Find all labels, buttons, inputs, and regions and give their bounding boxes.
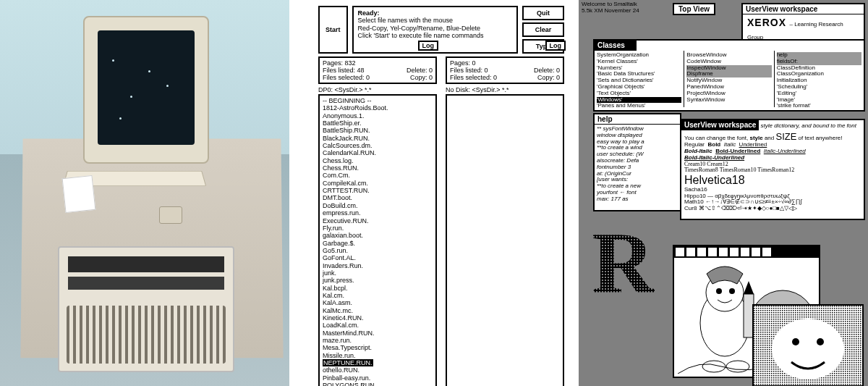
- tool-icon[interactable]: [773, 247, 783, 257]
- classes-browser[interactable]: Classes SystemOrganization'Kernel Classe…: [593, 39, 865, 112]
- file-entry[interactable]: Com.Cm.: [323, 172, 433, 179]
- disk-slot-2: [68, 277, 224, 290]
- file-entry[interactable]: CalcSources.dm.: [323, 142, 433, 149]
- file-entry[interactable]: Chess.log.: [323, 157, 433, 164]
- pages: Pages: 0: [450, 59, 497, 67]
- smalltalk-panel: Welcome to Smalltalk 5.5k XM November 24…: [579, 0, 868, 386]
- file-entry[interactable]: Go5.run.: [323, 247, 433, 254]
- style-list: Regular Bold Italic UnderlinedBold-Itali…: [684, 142, 861, 161]
- start-button[interactable]: Start: [318, 6, 348, 54]
- file-entry[interactable]: junk.: [323, 269, 433, 277]
- list-item[interactable]: 'Panes and Menus': [597, 103, 681, 107]
- paint-toolbar[interactable]: [674, 246, 819, 258]
- file-entry[interactable]: GoFont.AL.: [323, 254, 433, 261]
- selected: Files selected: 0: [450, 74, 497, 81]
- listed: Files listed: 48: [323, 67, 370, 74]
- disk-label-right: No Disk: <SysDir.> *.*: [446, 86, 564, 93]
- file-entry[interactable]: junk.press.: [323, 277, 433, 284]
- file-listing-left[interactable]: -- BEGINNING --1812-AstroRoids.Boot.Anon…: [318, 94, 437, 386]
- file-entry[interactable]: empress.run.: [323, 209, 433, 217]
- tool-icon[interactable]: [686, 247, 696, 257]
- file-entry[interactable]: Kal.cm.: [323, 292, 433, 299]
- ready-line: Select file names with the mouse: [358, 17, 512, 24]
- tool-icon[interactable]: [718, 247, 728, 257]
- list-item[interactable]: SyntaxWindow: [686, 97, 771, 104]
- copy-count: Copy: 0: [407, 74, 433, 81]
- ready-title: Ready:: [358, 9, 512, 17]
- file-entry[interactable]: Kal.bcpl.: [323, 285, 433, 292]
- file-entry[interactable]: Chess.RUN.: [323, 164, 433, 172]
- three-panel-figure: Start Ready: Select file names with the …: [0, 0, 868, 386]
- help-window[interactable]: help ** sysFontWindow window displayed e…: [593, 113, 681, 211]
- file-entry[interactable]: Pinball-easy.run.: [323, 374, 433, 382]
- file-entry[interactable]: BattleShip.RUN.: [323, 127, 433, 134]
- file-entry[interactable]: Mesa.Typescript.: [323, 344, 433, 351]
- bitmap-face-window[interactable]: [752, 304, 864, 386]
- glyph-sample: Cur8 ⌘⌥⇧⌃⌫⌦⏎⇥★✦◆◇○●□■△▽◁▷: [684, 206, 861, 212]
- file-entry[interactable]: Garbage.$.: [323, 240, 433, 247]
- file-entry[interactable]: CalendarKal.RUN.: [323, 149, 433, 156]
- file-entry[interactable]: NEPTUNE.RUN.: [323, 359, 433, 366]
- listed: Files listed: 0: [450, 67, 497, 74]
- svg-point-3: [716, 288, 722, 294]
- file-entry[interactable]: KalA.asm.: [323, 299, 433, 306]
- file-entry[interactable]: BattleShip.er.: [323, 119, 433, 127]
- file-entry[interactable]: BlackJack.RUN.: [323, 135, 433, 142]
- svg-point-7: [726, 361, 749, 372]
- file-entry[interactable]: 1812-AstroRoids.Boot.: [323, 104, 433, 112]
- tool-icon[interactable]: [751, 247, 761, 257]
- alto-monitor: [83, 16, 209, 164]
- file-entry[interactable]: maze.run.: [323, 337, 433, 344]
- alto-photo-panel: [0, 0, 289, 386]
- list-item[interactable]: 'strike format': [777, 103, 861, 107]
- right-stats: Pages: 0 Files listed: 0 Files selected:…: [446, 56, 564, 84]
- tool-icon[interactable]: [740, 247, 750, 257]
- file-listing-right[interactable]: [446, 94, 564, 386]
- file-entry[interactable]: KalMc.mc.: [323, 307, 433, 314]
- tool-icon[interactable]: [762, 247, 772, 257]
- tool-icon[interactable]: [675, 247, 685, 257]
- protocol-pane[interactable]: helpfieldsOf:ClassDefinitionClassOrganiz…: [775, 51, 864, 107]
- clear-button[interactable]: Clear: [522, 22, 564, 37]
- category-pane[interactable]: SystemOrganization'Kernel Classes''Numbe…: [595, 51, 684, 107]
- file-entry[interactable]: Kinetic4.RUN.: [323, 314, 433, 322]
- copy-count: Copy: 0: [534, 74, 560, 81]
- file-entry[interactable]: -- BEGINNING --: [323, 97, 433, 104]
- left-stats: Pages: 832 Files listed: 48 Files select…: [318, 56, 437, 84]
- quit-button[interactable]: Quit: [522, 6, 564, 20]
- file-entry[interactable]: Invaders.Run.: [323, 262, 433, 269]
- file-entry[interactable]: DMT.boot.: [323, 194, 433, 201]
- alto-mouse: [159, 206, 182, 224]
- file-entry[interactable]: DoBuild.cm.: [323, 202, 433, 209]
- placard-card: [62, 175, 96, 213]
- svg-point-11: [772, 319, 844, 379]
- tool-icon[interactable]: [729, 247, 739, 257]
- neptune-panel: Start Ready: Select file names with the …: [289, 0, 579, 386]
- file-entry[interactable]: LoadKal.cm.: [323, 322, 433, 329]
- file-entry[interactable]: POLYGONS.RUN.: [323, 382, 433, 386]
- file-entry[interactable]: Missile.run.: [323, 352, 433, 359]
- file-entry[interactable]: Anonymous.1.: [323, 112, 433, 119]
- file-entry[interactable]: Fly.run.: [323, 225, 433, 232]
- disk-label-left: DP0: <SysDir.> *.*: [318, 86, 437, 93]
- file-entry[interactable]: Executive.RUN.: [323, 217, 433, 225]
- log-button-left[interactable]: Log: [418, 41, 439, 51]
- userview-workspace-fonts[interactable]: UserView workspace style dictionary, and…: [680, 119, 865, 220]
- xerox-logo: XEROX: [747, 17, 786, 28]
- file-entry[interactable]: othello.RUN.: [323, 366, 433, 374]
- tool-icon[interactable]: [707, 247, 718, 257]
- class-pane[interactable]: BrowseWindowCodeWindowInspectWindowDispf…: [684, 51, 774, 107]
- trailing-text: style dictionary, and bound to the font: [761, 122, 856, 129]
- log-button-right[interactable]: Log: [545, 41, 566, 51]
- file-entry[interactable]: MasterMind.RUN.: [323, 330, 433, 337]
- left-column: Pages: 832 Files listed: 48 Files select…: [318, 56, 437, 386]
- file-entry[interactable]: CompileKal.cm.: [323, 180, 433, 187]
- top-view-button[interactable]: Top View: [673, 3, 715, 15]
- right-column: Pages: 0 Files listed: 0 Files selected:…: [446, 56, 564, 386]
- ventilation-grille: [67, 306, 226, 364]
- tool-icon[interactable]: [697, 247, 707, 257]
- file-entry[interactable]: CRTTEST.RUN.: [323, 187, 433, 194]
- file-entry[interactable]: galaxian.boot.: [323, 232, 433, 239]
- userview-workspace-top[interactable]: UserView workspace XEROX – Learning Rese…: [741, 3, 865, 42]
- font-demo-line: You can change the font, style and SIZE …: [684, 132, 861, 142]
